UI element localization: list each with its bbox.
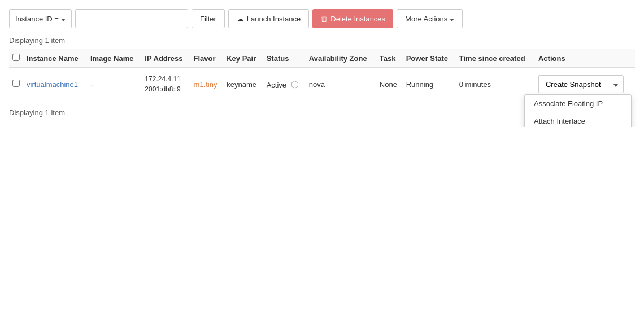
header-instance-name: Instance Name xyxy=(23,49,87,68)
row-status-cell: Active ⬡ xyxy=(263,68,306,100)
header-ip-address: IP Address xyxy=(141,49,190,68)
table-header-row: Instance Name Image Name IP Address Flav… xyxy=(9,49,635,68)
row-availability-zone-cell: nova xyxy=(306,68,376,100)
row-task-cell: None xyxy=(376,68,403,100)
actions-dropdown-menu: Associate Floating IP Attach Interface D… xyxy=(524,94,632,127)
select-all-checkbox[interactable] xyxy=(12,54,20,61)
status-icon: ⬡ xyxy=(291,80,299,89)
row-power-state-cell: Running xyxy=(403,68,456,100)
chevron-down-icon xyxy=(450,15,454,23)
search-input[interactable] xyxy=(75,9,188,28)
power-state-value: Running xyxy=(406,80,433,89)
task-value: None xyxy=(380,80,397,89)
trash-icon: 🗑 xyxy=(320,15,328,23)
filter-button[interactable]: Filter xyxy=(192,9,225,28)
toolbar: Instance ID = Filter ☁ Launch Instance 🗑… xyxy=(9,9,635,28)
action-button-group: Create Snapshot Associate Floating IP At… xyxy=(538,75,632,93)
row-flavor-cell: m1.tiny xyxy=(190,68,224,100)
row-actions-cell: Create Snapshot Associate Floating IP At… xyxy=(535,68,635,100)
chevron-down-icon xyxy=(61,15,66,23)
dropdown-item-associate-floating-ip[interactable]: Associate Floating IP xyxy=(525,95,631,112)
delete-instances-button[interactable]: 🗑 Delete Instances xyxy=(312,9,393,28)
row-checkbox-cell xyxy=(9,68,23,100)
availability-zone-value: nova xyxy=(309,80,325,89)
header-status: Status xyxy=(263,49,306,68)
image-name-value: - xyxy=(90,80,93,89)
header-image-name: Image Name xyxy=(87,49,141,68)
header-flavor: Flavor xyxy=(190,49,224,68)
chevron-down-icon xyxy=(613,80,618,89)
header-actions: Actions xyxy=(535,49,635,68)
displaying-count-top: Displaying 1 item xyxy=(9,36,635,45)
flavor-link[interactable]: m1.tiny xyxy=(194,80,217,89)
instances-table: Instance Name Image Name IP Address Flav… xyxy=(9,49,635,100)
instance-name-link[interactable]: virtualmachine1 xyxy=(27,80,78,89)
row-image-name-cell: - xyxy=(87,68,141,100)
dropdown-item-attach-interface[interactable]: Attach Interface xyxy=(525,112,631,127)
row-key-pair-cell: keyname xyxy=(223,68,263,100)
filter-label: Instance ID = xyxy=(15,15,59,23)
time-since-created-value: 0 minutes xyxy=(459,80,491,89)
header-power-state: Power State xyxy=(403,49,456,68)
header-checkbox-col xyxy=(9,49,23,68)
actions-dropdown-toggle[interactable] xyxy=(608,75,624,93)
header-time-since-created: Time since created xyxy=(456,49,535,68)
header-task: Task xyxy=(376,49,403,68)
launch-instance-button[interactable]: ☁ Launch Instance xyxy=(228,9,309,28)
cloud-icon: ☁ xyxy=(237,15,244,23)
key-pair-value: keyname xyxy=(227,80,256,89)
instance-id-filter-select[interactable]: Instance ID = xyxy=(9,9,72,28)
row-time-since-created-cell: 0 minutes xyxy=(456,68,535,100)
ip-address-v4: 172.24.4.11 xyxy=(145,74,186,84)
row-checkbox[interactable] xyxy=(12,80,20,87)
table-row: virtualmachine1 - 172.24.4.11 2001:db8::… xyxy=(9,68,635,100)
header-availability-zone: Availability Zone xyxy=(306,49,376,68)
ip-address-v6: 2001:db8::9 xyxy=(145,84,186,94)
status-value: Active xyxy=(267,81,286,89)
row-instance-name-cell: virtualmachine1 xyxy=(23,68,87,100)
row-ip-address-cell: 172.24.4.11 2001:db8::9 xyxy=(141,68,190,100)
create-snapshot-button[interactable]: Create Snapshot xyxy=(538,75,608,93)
more-actions-button[interactable]: More Actions xyxy=(397,9,463,28)
header-key-pair: Key Pair xyxy=(223,49,263,68)
